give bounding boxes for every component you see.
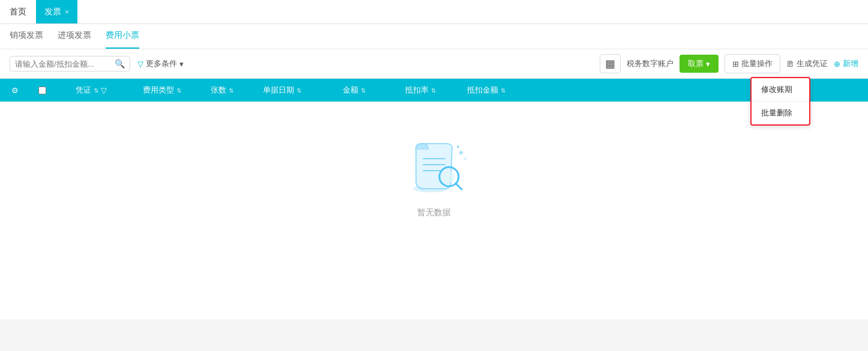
filter-chevron-icon: ▾ — [179, 60, 184, 69]
count-label: 张数 — [211, 85, 226, 96]
batch-delete-item[interactable]: 批量删除 — [752, 101, 809, 124]
search-icon[interactable]: 🔍 — [115, 59, 125, 69]
table-header-expense-type[interactable]: 费用类型 ⇅ — [126, 79, 198, 102]
select-all-checkbox[interactable] — [38, 87, 46, 94]
generate-voucher-button[interactable]: 🖹 生成凭证 — [786, 58, 828, 69]
deduct-amount-sort-icon[interactable]: ⇅ — [501, 87, 505, 94]
add-label: 新增 — [843, 58, 858, 69]
expense-type-sort-icon[interactable]: ⇅ — [176, 87, 181, 94]
search-wrap: 🔍 — [10, 56, 130, 72]
table-header-deduct-rate[interactable]: 抵扣率 ⇅ — [390, 79, 450, 102]
date-label: 单据日期 — [263, 85, 294, 96]
count-sort-icon[interactable]: ⇅ — [229, 87, 234, 94]
modify-period-item[interactable]: 修改账期 — [752, 78, 809, 101]
svg-point-9 — [457, 145, 459, 148]
tax-digital-account-button[interactable]: 税务数字账户 — [627, 58, 674, 69]
content-area: ⚙ 凭证 ⇅ ▽ 费用类型 ⇅ 张数 ⇅ 单据日期 ⇅ 金额 ⇅ 抵扣率 ⇅ — [0, 79, 868, 319]
filter-icon: ▽ — [137, 60, 143, 69]
settings-icon[interactable]: ⚙ — [11, 86, 19, 95]
take-ticket-chevron-icon: ▾ — [706, 60, 710, 69]
empty-illustration — [398, 138, 470, 198]
table-header-amount[interactable]: 金额 ⇅ — [318, 79, 390, 102]
batch-ops-button[interactable]: ⊞ 批量操作 — [725, 54, 780, 73]
filter-label: 更多条件 — [146, 58, 177, 69]
voucher-sort-icon[interactable]: ⇅ — [94, 87, 98, 94]
batch-ops-dropdown: 修改账期 批量删除 — [750, 77, 810, 126]
toolbar-right: ▦ 税务数字账户 取票 ▾ ⊞ 批量操作 🖹 生成凭证 ⊕ 新增 修改账期 批量… — [600, 54, 858, 73]
toolbar-left: 🔍 ▽ 更多条件 ▾ — [10, 56, 184, 72]
sub-nav: 销项发票 进项发票 费用小票 — [0, 24, 868, 49]
table-header-settings[interactable]: ⚙ — [0, 79, 30, 102]
table-header-checkbox[interactable] — [30, 79, 54, 102]
qr-button[interactable]: ▦ — [600, 54, 621, 73]
voucher-icon: 🖹 — [786, 60, 794, 69]
svg-point-5 — [443, 171, 455, 183]
search-input[interactable] — [15, 60, 111, 69]
svg-line-6 — [456, 183, 462, 189]
top-nav: 首页 发票 × — [0, 0, 868, 24]
deduct-rate-sort-icon[interactable]: ⇅ — [431, 87, 436, 94]
voucher-filter-icon[interactable]: ▽ — [101, 86, 107, 95]
date-sort-icon[interactable]: ⇅ — [297, 87, 301, 94]
table-header: ⚙ 凭证 ⇅ ▽ 费用类型 ⇅ 张数 ⇅ 单据日期 ⇅ 金额 ⇅ 抵扣率 ⇅ — [0, 79, 868, 102]
batch-ops-icon: ⊞ — [732, 60, 739, 69]
empty-state: 暂无数据 — [0, 102, 868, 242]
table-header-deduct-amount[interactable]: 抵扣金额 ⇅ — [450, 79, 522, 102]
batch-ops-label: 批量操作 — [741, 58, 773, 69]
table-header-voucher[interactable]: 凭证 ⇅ ▽ — [54, 79, 126, 102]
filter-button[interactable]: ▽ 更多条件 ▾ — [137, 58, 184, 69]
sub-nav-sales[interactable]: 销项发票 — [10, 24, 43, 49]
toolbar: 🔍 ▽ 更多条件 ▾ ▦ 税务数字账户 取票 ▾ ⊞ 批量操作 🖹 生成凭证 ⊕… — [0, 49, 868, 79]
table-header-date[interactable]: 单据日期 ⇅ — [246, 79, 318, 102]
svg-point-8 — [464, 157, 466, 160]
take-ticket-button[interactable]: 取票 ▾ — [680, 55, 719, 73]
sub-nav-expense[interactable]: 费用小票 — [106, 24, 139, 49]
take-ticket-label: 取票 — [688, 58, 704, 69]
table-header-extra — [522, 79, 868, 102]
invoice-tab-close[interactable]: × — [65, 8, 69, 16]
empty-text: 暂无数据 — [417, 207, 451, 218]
invoice-tab-label: 发票 — [44, 7, 61, 17]
deduct-amount-label: 抵扣金额 — [467, 85, 498, 96]
svg-point-7 — [459, 151, 463, 154]
home-link[interactable]: 首页 — [0, 7, 36, 17]
expense-type-label: 费用类型 — [143, 85, 174, 96]
deduct-rate-label: 抵扣率 — [405, 85, 429, 96]
amount-label: 金额 — [343, 85, 358, 96]
sub-nav-input[interactable]: 进项发票 — [58, 24, 91, 49]
voucher-col-label-text: 凭证 — [76, 85, 91, 96]
amount-sort-icon[interactable]: ⇅ — [361, 87, 366, 94]
add-button[interactable]: ⊕ 新增 — [834, 58, 858, 69]
table-header-count[interactable]: 张数 ⇅ — [198, 79, 246, 102]
invoice-tab[interactable]: 发票 × — [36, 0, 77, 23]
add-icon: ⊕ — [834, 60, 840, 69]
voucher-label: 生成凭证 — [797, 58, 828, 69]
